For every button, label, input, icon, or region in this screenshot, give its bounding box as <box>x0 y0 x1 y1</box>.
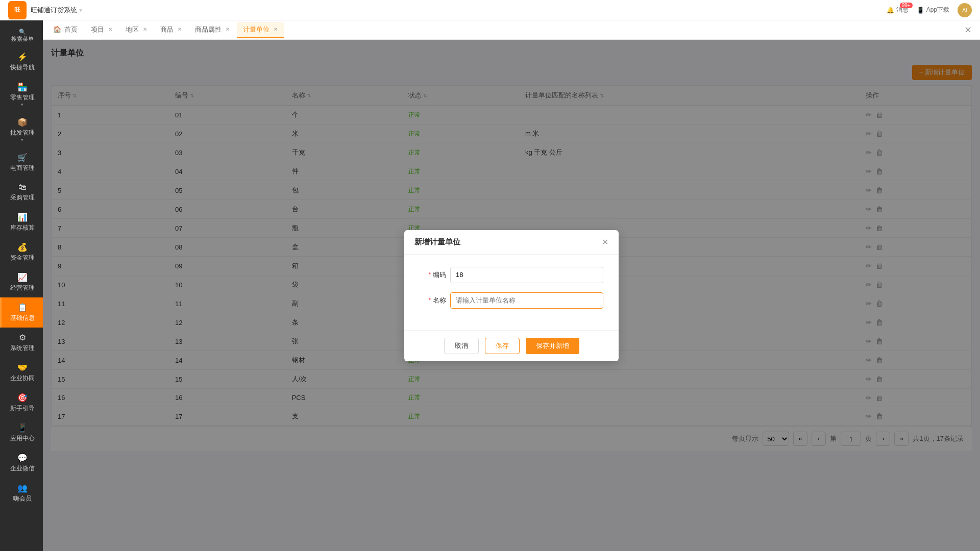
modal-overlay: 新增计量单位 ✕ 编码 名称 取消 <box>43 40 980 551</box>
appcenter-icon: 📱 <box>4 423 41 433</box>
sidebar-label-wholesale: 批发管理 <box>4 129 41 137</box>
form-row-name: 名称 <box>420 292 603 309</box>
enterprise-icon: 💬 <box>4 453 41 463</box>
system-icon: ⚙ <box>4 333 41 342</box>
modal-title: 新增计量单位 <box>414 237 460 247</box>
modal-header: 新增计量单位 ✕ <box>404 230 619 255</box>
sidebar-item-search[interactable]: 🔍 搜索菜单 <box>0 24 43 47</box>
members-icon: 👥 <box>4 483 41 493</box>
sidebar-label-enterprise: 企业微信 <box>4 464 41 473</box>
bell-icon: 🔔 <box>887 7 894 14</box>
sidebar-item-wholesale[interactable]: 📦 批发管理 ▾ <box>0 112 43 147</box>
sidebar-label-members: 嗨会员 <box>4 494 41 503</box>
search-icon: 🔍 <box>8 29 37 35</box>
avatar-text: Ai <box>962 7 967 13</box>
sidebar-label-operations: 经营管理 <box>4 284 41 292</box>
form-row-code: 编码 <box>420 267 603 283</box>
retail-icon: 🏪 <box>4 82 41 92</box>
dropdown-icon: ▾ <box>79 7 82 14</box>
tab-region-label: 地区 <box>126 25 139 34</box>
header-right: 🔔 消息 99+ 📱 App下载 Ai <box>887 3 972 17</box>
inventory-icon: 📊 <box>4 212 41 222</box>
sidebar-label-ecom: 电商管理 <box>4 164 41 172</box>
app-nav-dropdown[interactable]: 旺铺通订货系统 ▾ <box>31 6 82 15</box>
tab-project-label: 项目 <box>91 25 104 34</box>
sidebar-item-basic-info[interactable]: 📋 基础信息 <box>0 297 43 328</box>
main-content: 🏠 首页 项目 ✕ 地区 ✕ 商品 ✕ 商品属性 ✕ 计量单位 ✕ <box>43 20 980 551</box>
sidebar-item-purchase[interactable]: 🛍 采购管理 <box>0 178 43 207</box>
name-input[interactable] <box>450 292 603 309</box>
tab-project[interactable]: 项目 ✕ <box>85 22 118 38</box>
sidebar-label-app-center: 应用中心 <box>4 434 41 443</box>
save-and-new-button[interactable]: 保存并新增 <box>526 338 579 354</box>
save-button[interactable]: 保存 <box>485 338 520 354</box>
logo-area: 旺 旺铺通订货系统 ▾ <box>8 1 82 19</box>
page-content: 计量单位 + 新增计量单位 序号⇅ 编号⇅ 名称⇅ 状态⇅ 计量单位匹配的名称列… <box>43 40 980 551</box>
finance-icon: 💰 <box>4 242 41 252</box>
sidebar-item-newbie[interactable]: 🎯 新手引导 <box>0 388 43 418</box>
message-button[interactable]: 🔔 消息 99+ <box>887 6 909 14</box>
sidebar-label-system: 系统管理 <box>4 344 41 353</box>
logo-icon: 旺 <box>8 1 27 19</box>
code-label: 编码 <box>420 270 450 280</box>
modal-body: 编码 名称 <box>404 255 619 330</box>
purchase-icon: 🛍 <box>4 183 41 192</box>
basicinfo-icon: 📋 <box>4 303 41 312</box>
tab-product-attr-close[interactable]: ✕ <box>226 27 230 32</box>
tab-project-close[interactable]: ✕ <box>108 27 112 32</box>
sidebar-item-ecom[interactable]: 🛒 电商管理 <box>0 147 43 178</box>
tab-home-label: 首页 <box>64 25 78 34</box>
tab-unit[interactable]: 计量单位 ✕ <box>237 22 284 38</box>
app-download-label: App下载 <box>926 6 949 14</box>
sidebar-label-basic-info: 基础信息 <box>4 314 41 322</box>
tab-region-close[interactable]: ✕ <box>143 27 147 32</box>
sidebar-label-newbie: 新手引导 <box>4 404 41 413</box>
tab-product-close[interactable]: ✕ <box>178 27 182 32</box>
download-icon: 📱 <box>917 7 924 14</box>
expand-icon-retail: ▾ <box>4 102 41 107</box>
modal-close-button[interactable]: ✕ <box>602 237 608 247</box>
tab-product-label: 商品 <box>160 25 174 34</box>
tab-unit-label: 计量单位 <box>243 25 270 34</box>
app-name-label: 旺铺通订货系统 <box>31 6 77 15</box>
message-badge: 99+ <box>900 3 913 8</box>
sidebar-item-finance[interactable]: 💰 资金管理 <box>0 237 43 267</box>
sidebar-item-cooperation[interactable]: 🤝 企业协同 <box>0 358 43 388</box>
sidebar-item-retail[interactable]: 🏪 零售管理 ▾ <box>0 77 43 112</box>
newbie-icon: 🎯 <box>4 393 41 403</box>
sidebar-label-finance: 资金管理 <box>4 254 41 262</box>
tab-product-attr[interactable]: 商品属性 ✕ <box>189 22 236 38</box>
quicknav-icon: ⚡ <box>4 52 41 62</box>
sidebar-label-search: 搜索菜单 <box>8 35 37 43</box>
sidebar-item-system[interactable]: ⚙ 系统管理 <box>0 328 43 358</box>
sidebar-label-cooperation: 企业协同 <box>4 374 41 383</box>
tab-product[interactable]: 商品 ✕ <box>154 22 188 38</box>
tab-bar: 🏠 首页 项目 ✕ 地区 ✕ 商品 ✕ 商品属性 ✕ 计量单位 ✕ <box>43 20 980 40</box>
operations-icon: 📈 <box>4 272 41 282</box>
sidebar-item-quick-nav[interactable]: ⚡ 快捷导航 <box>0 47 43 77</box>
app-download-button[interactable]: 📱 App下载 <box>917 6 949 14</box>
tab-unit-close[interactable]: ✕ <box>274 27 278 32</box>
cancel-button[interactable]: 取消 <box>444 338 479 354</box>
sidebar-item-app-center[interactable]: 📱 应用中心 <box>0 418 43 448</box>
wholesale-icon: 📦 <box>4 117 41 127</box>
sidebar-item-members[interactable]: 👥 嗨会员 <box>0 478 43 508</box>
code-input[interactable] <box>450 267 603 283</box>
sidebar-label-quicknav: 快捷导航 <box>4 63 41 72</box>
tab-product-attr-label: 商品属性 <box>195 25 222 34</box>
tab-close-all[interactable]: ✕ <box>960 24 976 36</box>
top-header: 旺 旺铺通订货系统 ▾ 🔔 消息 99+ 📱 App下载 Ai <box>0 0 980 20</box>
tab-home[interactable]: 🏠 首页 <box>47 22 84 38</box>
home-icon: 🏠 <box>53 26 61 33</box>
modal-footer: 取消 保存 保存并新增 <box>404 330 619 361</box>
sidebar-item-enterprise[interactable]: 💬 企业微信 <box>0 448 43 478</box>
add-unit-modal: 新增计量单位 ✕ 编码 名称 取消 <box>404 230 619 361</box>
avatar[interactable]: Ai <box>958 3 972 17</box>
main-layout: 🔍 搜索菜单 ⚡ 快捷导航 🏪 零售管理 ▾ 📦 批发管理 ▾ 🛒 电商管理 🛍… <box>0 20 980 551</box>
sidebar-label-purchase: 采购管理 <box>4 193 41 202</box>
expand-icon-wholesale: ▾ <box>4 137 41 142</box>
sidebar-label-inventory: 库存核算 <box>4 223 41 232</box>
sidebar-item-inventory[interactable]: 📊 库存核算 <box>0 207 43 237</box>
sidebar-item-operations[interactable]: 📈 经营管理 <box>0 267 43 297</box>
tab-region[interactable]: 地区 ✕ <box>119 22 153 38</box>
